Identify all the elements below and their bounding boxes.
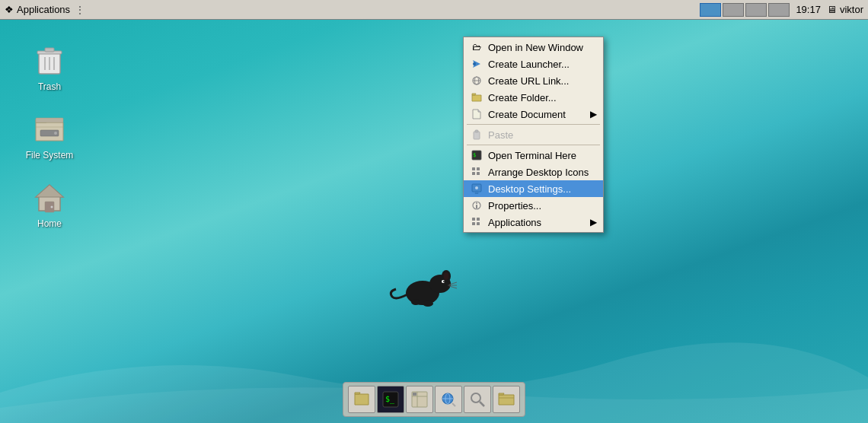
create-url-icon — [470, 75, 483, 87]
svg-point-9 — [54, 132, 57, 135]
svg-line-59 — [452, 403, 455, 406]
svg-rect-47 — [477, 218, 480, 221]
create-folder-icon — [470, 91, 483, 103]
separator-1 — [467, 124, 600, 125]
svg-text:$_: $_ — [385, 395, 395, 404]
terminal-icon: $ — [470, 149, 483, 161]
dock-button-folder2[interactable] — [493, 386, 520, 413]
workspace-switcher — [700, 3, 790, 17]
menu-create-url-link[interactable]: Create URL Link... — [464, 72, 603, 89]
filesystem-label: File System — [26, 150, 74, 161]
home-label: Home — [37, 218, 62, 229]
bottom-dock: $_ — [343, 382, 525, 417]
svg-rect-45 — [476, 205, 477, 208]
context-menu: 🗁 Open in New Window Create Launcher... — [463, 37, 604, 233]
workspace-4[interactable] — [768, 3, 790, 17]
svg-point-19 — [443, 281, 445, 282]
desktop-icon-home[interactable]: Home — [23, 179, 76, 229]
svg-rect-38 — [477, 172, 480, 175]
svg-rect-2 — [45, 48, 54, 52]
menu-applications[interactable]: Applications ▶ — [464, 214, 603, 231]
svg-line-61 — [480, 402, 484, 406]
svg-rect-32 — [475, 130, 478, 132]
dock-button-terminal[interactable]: $_ — [377, 386, 404, 413]
svg-point-25 — [423, 301, 433, 307]
desktop-settings-icon — [470, 183, 483, 195]
svg-text:$: $ — [473, 152, 476, 158]
taskbar: ❖ Applications ⋮ 19:17 🖥 viktor — [0, 0, 868, 20]
menu-open-terminal[interactable]: $ Open Terminal Here — [464, 147, 603, 164]
properties-icon — [470, 199, 483, 212]
svg-rect-48 — [472, 222, 475, 225]
svg-rect-55 — [413, 393, 416, 396]
svg-rect-46 — [472, 218, 475, 221]
trash-label: Trash — [38, 81, 61, 92]
create-document-icon — [470, 108, 483, 120]
desktop[interactable]: ❖ Applications ⋮ 19:17 🖥 viktor — [0, 0, 868, 423]
svg-point-60 — [471, 393, 480, 402]
svg-marker-11 — [36, 185, 63, 197]
svg-rect-6 — [36, 118, 63, 122]
username: viktor — [840, 4, 863, 15]
applications-icon — [470, 216, 483, 228]
svg-point-27 — [473, 62, 476, 65]
home-icon-image — [31, 179, 68, 215]
svg-point-13 — [51, 206, 53, 208]
filesystem-icon-image — [31, 110, 68, 147]
taskbar-dots[interactable]: ⋮ — [75, 4, 85, 16]
mouse-mascot — [388, 262, 457, 312]
network-icon: 🖥 — [827, 4, 837, 15]
svg-rect-35 — [472, 167, 475, 170]
svg-point-44 — [476, 202, 477, 204]
open-window-icon: 🗁 — [470, 41, 483, 53]
create-document-arrow: ▶ — [590, 109, 597, 119]
trash-icon-image — [31, 42, 68, 78]
dock-button-files[interactable] — [348, 386, 375, 413]
svg-line-23 — [449, 286, 457, 288]
svg-rect-31 — [474, 132, 480, 139]
menu-create-document[interactable]: Create Document ▶ — [464, 106, 603, 122]
menu-arrange-icons[interactable]: Arrange Desktop Icons — [464, 164, 603, 180]
menu-desktop-settings[interactable]: Desktop Settings... — [464, 180, 603, 197]
svg-rect-49 — [477, 222, 480, 225]
workspace-2[interactable] — [723, 3, 744, 17]
svg-point-17 — [444, 272, 449, 280]
dock-button-manager[interactable] — [406, 386, 433, 413]
menu-properties[interactable]: Properties... — [464, 197, 603, 214]
paste-icon — [470, 129, 483, 141]
menu-create-launcher[interactable]: Create Launcher... — [464, 56, 603, 72]
workspace-3[interactable] — [745, 3, 767, 17]
apps-icon: ❖ — [5, 4, 14, 15]
applications-arrow: ▶ — [590, 217, 597, 227]
svg-rect-37 — [472, 172, 475, 175]
svg-rect-36 — [477, 167, 480, 170]
dock-button-search[interactable] — [464, 386, 491, 413]
create-launcher-icon — [470, 58, 483, 70]
taskbar-apps-menu[interactable]: ❖ Applications ⋮ — [0, 0, 90, 19]
svg-point-42 — [475, 186, 478, 189]
menu-create-folder[interactable]: Create Folder... — [464, 89, 603, 106]
dock-button-search-globe[interactable] — [435, 386, 462, 413]
desktop-icon-filesystem[interactable]: File System — [23, 110, 76, 161]
separator-2 — [467, 145, 600, 145]
menu-paste: Paste — [464, 126, 603, 143]
svg-point-24 — [411, 299, 420, 305]
workspace-1[interactable] — [700, 3, 721, 17]
desktop-icon-trash[interactable]: Trash — [23, 42, 76, 92]
apps-label: Applications — [17, 4, 70, 15]
svg-rect-41 — [475, 192, 478, 194]
clock: 19:17 — [796, 4, 821, 15]
arrange-icon — [470, 166, 483, 178]
menu-open-new-window[interactable]: 🗁 Open in New Window — [464, 39, 603, 56]
